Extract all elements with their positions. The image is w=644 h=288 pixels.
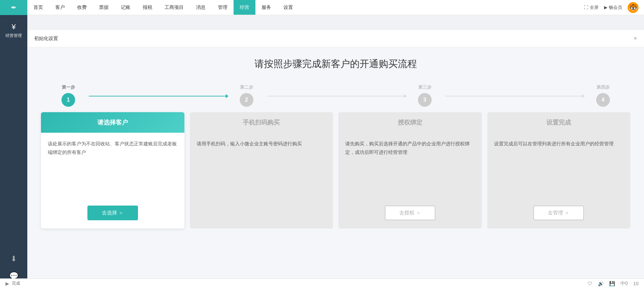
status-text: 完成	[12, 280, 20, 286]
download-icon: ⬇	[11, 254, 17, 263]
fullscreen-icon: ⛶	[584, 5, 588, 10]
card-4-footer: 去管理 ＞	[487, 200, 631, 228]
nav-item-manage[interactable]: 管理	[212, 0, 234, 15]
nav-item-account[interactable]: 记账	[115, 0, 137, 15]
step-1-label: 第一步	[62, 84, 75, 90]
main-title: 请按照步骤完成新客户的开通购买流程	[41, 57, 630, 70]
sidebar-download[interactable]: ⬇	[0, 250, 27, 267]
status-bar: ▶ 完成 🛡 🔊 💾 中0 10	[0, 278, 644, 288]
nav-item-message[interactable]: 消息	[190, 0, 212, 15]
play-status-icon[interactable]: ▶	[5, 281, 9, 286]
nav-item-charge[interactable]: 收费	[71, 0, 93, 15]
steps-row: 第一步 1 第二步 2 第三步 3	[41, 84, 630, 107]
step-3-node: 第三步 3	[404, 84, 445, 107]
step-2-label: 第二步	[240, 84, 253, 90]
operation-icon: ¥	[12, 23, 16, 31]
card-4-body: 设置完成后可以在管理列表进行所有企业用户的经营管理	[487, 133, 631, 200]
step-2-node: 第二步 2	[226, 84, 267, 107]
nav-item-industry[interactable]: 工商项目	[158, 0, 190, 15]
nav-item-settings[interactable]: 设置	[277, 0, 299, 15]
top-navigation: ✒ 首页 客户 收费 票据 记账 报税 工商项目 消息 管理 经营 服务 设置 …	[0, 0, 644, 15]
card-3-button[interactable]: 去授权 ＞	[385, 206, 435, 220]
logo: ✒	[0, 0, 27, 15]
member-button[interactable]: ▶ 畅会员	[604, 4, 622, 11]
card-2-body: 请用手机扫码，输入小微企业主账号密码进行购买	[190, 133, 333, 215]
sidebar-item-label: 经营管理	[5, 33, 22, 39]
card-1-body: 该处展示的客户为不在回收站、客户状态正常建账后完成老板端绑定的所有客户	[41, 133, 184, 200]
step-2-circle: 2	[240, 93, 253, 107]
card-1: 请选择客户 该处展示的客户为不在回收站、客户状态正常建账后完成老板端绑定的所有客…	[41, 112, 184, 228]
nav-item-operation[interactable]: 经营	[234, 0, 255, 15]
card-2-header: 手机扫码购买	[190, 112, 333, 133]
connector-2-3	[267, 96, 404, 96]
card-1-footer: 去选择 ＞	[41, 200, 184, 228]
sidebar-item-operation[interactable]: ¥ 经营管理	[0, 18, 27, 43]
step-3-circle: 3	[418, 93, 432, 107]
page-header: 初始化设置 ×	[27, 30, 644, 47]
nav-item-tax[interactable]: 报税	[137, 0, 158, 15]
step-4-label: 第四步	[597, 84, 610, 90]
cards-container: 请选择客户 该处展示的客户为不在回收站、客户状态正常建账后完成老板端绑定的所有客…	[41, 112, 630, 228]
arrow-1-2	[226, 94, 228, 98]
arrow-3-4	[582, 94, 585, 98]
card-1-header: 请选择客户	[41, 112, 184, 133]
card-2-footer	[190, 215, 333, 228]
arrow-2-3	[404, 94, 407, 98]
sidebar: ¥ 经营管理 ⬇ 💬	[0, 15, 27, 288]
main-area: 初始化设置 × 请按照步骤完成新客户的开通购买流程 第一步 1 第二步 2	[27, 30, 644, 288]
card-1-button[interactable]: 去选择 ＞	[87, 206, 138, 220]
card-3-header: 授权绑定	[338, 112, 482, 133]
content-area: 请按照步骤完成新客户的开通购买流程 第一步 1 第二步 2	[27, 47, 644, 239]
step-4-node: 第四步 4	[583, 84, 624, 107]
connector-1-2	[89, 96, 226, 96]
nav-item-service[interactable]: 服务	[255, 0, 277, 15]
card-3: 授权绑定 请先购买，购买后选择开通的产品中的企业用户进行授权绑定，成功后即可进行…	[338, 112, 482, 228]
connector-3-4	[445, 96, 583, 96]
play-icon: ▶	[604, 5, 607, 10]
step-4-circle: 4	[596, 93, 610, 107]
nav-item-bill[interactable]: 票据	[93, 0, 115, 15]
volume-icon[interactable]: 🔊	[598, 281, 604, 286]
avatar[interactable]: 🐯	[628, 2, 639, 13]
nav-menu: 首页 客户 收费 票据 记账 报税 工商项目 消息 管理 经营 服务 设置	[27, 0, 584, 15]
input-status: 中0	[620, 280, 628, 287]
step-1-circle: 1	[61, 93, 75, 107]
nav-right-area: ⛶ 全屏 ▶ 畅会员 🐯	[584, 2, 644, 13]
fullscreen-button[interactable]: ⛶ 全屏	[584, 4, 599, 11]
nav-item-customer[interactable]: 客户	[49, 0, 71, 15]
card-2: 手机扫码购买 请用手机扫码，输入小微企业主账号密码进行购买	[190, 112, 333, 228]
shield-icon: 🛡	[588, 281, 592, 286]
card-4-button[interactable]: 去管理 ＞	[533, 206, 584, 220]
close-button[interactable]: ×	[633, 35, 637, 42]
status-right: 🛡 🔊 💾 中0 10	[588, 280, 639, 287]
card-4-header: 设置完成	[487, 112, 631, 133]
save-icon: 💾	[609, 281, 615, 286]
page-title: 初始化设置	[34, 36, 58, 42]
nav-item-home[interactable]: 首页	[27, 0, 49, 15]
step-1-node: 第一步 1	[48, 84, 89, 107]
card-3-footer: 去授权 ＞	[338, 200, 482, 228]
zoom-level: 10	[633, 281, 639, 286]
logo-icon: ✒	[11, 3, 17, 12]
card-3-body: 请先购买，购买后选择开通的产品中的企业用户进行授权绑定，成功后即可进行经营管理	[338, 133, 482, 200]
step-3-label: 第三步	[418, 84, 432, 90]
card-4: 设置完成 设置完成后可以在管理列表进行所有企业用户的经营管理 去管理 ＞	[487, 112, 631, 228]
